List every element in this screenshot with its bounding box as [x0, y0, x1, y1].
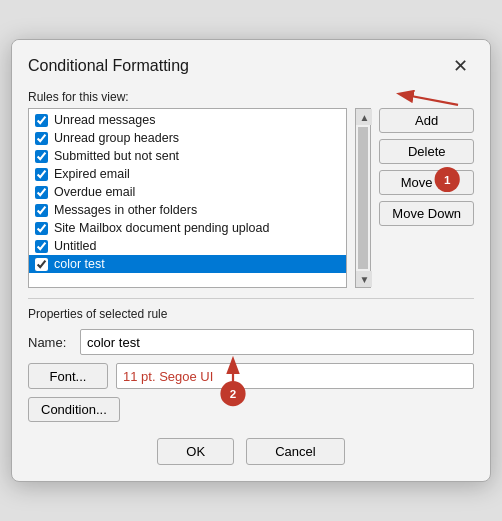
rule-label-8: Untitled	[54, 239, 96, 253]
rule-checkbox-9[interactable]	[35, 258, 48, 271]
rule-checkbox-7[interactable]	[35, 222, 48, 235]
rule-label-7: Site Mailbox document pending upload	[54, 221, 269, 235]
rule-checkbox-6[interactable]	[35, 204, 48, 217]
rule-checkbox-5[interactable]	[35, 186, 48, 199]
rule-label-3: Submitted but not sent	[54, 149, 179, 163]
rule-checkbox-8[interactable]	[35, 240, 48, 253]
name-label: Name:	[28, 335, 72, 350]
rule-label-5: Overdue email	[54, 185, 135, 199]
conditional-formatting-dialog: Conditional Formatting ✕ Rules for this …	[11, 39, 491, 482]
rule-label-6: Messages in other folders	[54, 203, 197, 217]
rule-label-2: Unread group headers	[54, 131, 179, 145]
list-item[interactable]: Site Mailbox document pending upload	[29, 219, 346, 237]
rules-section-label: Rules for this view:	[28, 90, 474, 104]
rule-checkbox-2[interactable]	[35, 132, 48, 145]
delete-button[interactable]: Delete	[379, 139, 474, 164]
scroll-up-button[interactable]: ▲	[356, 109, 372, 125]
list-item[interactable]: Submitted but not sent	[29, 147, 346, 165]
list-item[interactable]: Messages in other folders	[29, 201, 346, 219]
action-row: Font...	[28, 363, 474, 389]
cancel-button[interactable]: Cancel	[246, 438, 344, 465]
condition-button[interactable]: Condition...	[28, 397, 120, 422]
add-button[interactable]: Add	[379, 108, 474, 133]
rule-checkbox-4[interactable]	[35, 168, 48, 181]
rules-list: Unread messages Unread group headers Sub…	[29, 109, 346, 275]
scrollbar[interactable]: ▲ ▼	[355, 108, 371, 288]
properties-label: Properties of selected rule	[28, 307, 474, 321]
rules-buttons: Add Delete Move Up Move Down	[379, 108, 474, 226]
rule-label-9: color test	[54, 257, 105, 271]
close-button[interactable]: ✕	[446, 52, 474, 80]
title-bar: Conditional Formatting ✕	[12, 40, 490, 86]
divider	[28, 298, 474, 299]
list-item[interactable]: Overdue email	[29, 183, 346, 201]
rules-list-container[interactable]: Unread messages Unread group headers Sub…	[28, 108, 347, 288]
rule-checkbox-3[interactable]	[35, 150, 48, 163]
rule-label-4: Expired email	[54, 167, 130, 181]
name-input[interactable]	[80, 329, 474, 355]
font-button[interactable]: Font...	[28, 363, 108, 389]
footer-row: OK Cancel	[28, 438, 474, 469]
dialog-content: Rules for this view: Unread messages Unr…	[12, 86, 490, 481]
dialog-title: Conditional Formatting	[28, 57, 189, 75]
scroll-down-button[interactable]: ▼	[356, 271, 372, 287]
move-up-button[interactable]: Move Up	[379, 170, 474, 195]
list-item[interactable]: Unread messages	[29, 111, 346, 129]
ok-button[interactable]: OK	[157, 438, 234, 465]
condition-row: Condition...	[28, 397, 474, 422]
list-item-selected[interactable]: color test	[29, 255, 346, 273]
name-field-row: Name:	[28, 329, 474, 355]
rule-checkbox-1[interactable]	[35, 114, 48, 127]
scroll-thumb	[358, 127, 368, 269]
list-item[interactable]: Untitled	[29, 237, 346, 255]
rule-label-1: Unread messages	[54, 113, 155, 127]
list-item[interactable]: Expired email	[29, 165, 346, 183]
rules-row: Unread messages Unread group headers Sub…	[28, 108, 474, 288]
font-preview	[116, 363, 474, 389]
list-item[interactable]: Unread group headers	[29, 129, 346, 147]
move-down-button[interactable]: Move Down	[379, 201, 474, 226]
